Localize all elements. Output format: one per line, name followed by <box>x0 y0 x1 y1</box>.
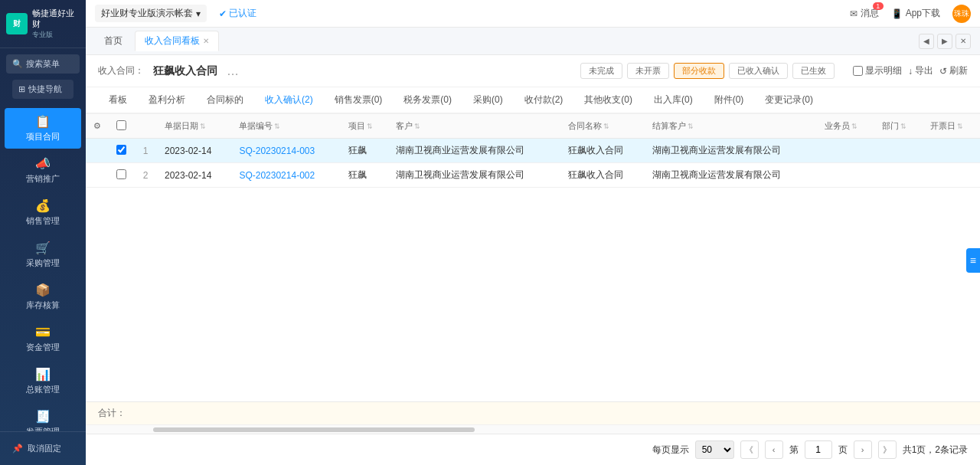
sort-department-icon[interactable]: ⇅ <box>900 123 906 130</box>
col-number[interactable]: 单据编号⇅ <box>231 114 340 139</box>
sub-tab-changes[interactable]: 变更记录(0) <box>754 87 824 114</box>
col-salesperson[interactable]: 业务员⇅ <box>817 114 874 139</box>
status-partial-receipt[interactable]: 部分收款 <box>674 63 724 79</box>
row-number[interactable]: SQ-20230214-002 <box>231 163 340 188</box>
show-detail-input[interactable] <box>853 66 863 76</box>
sort-end-customer-icon[interactable]: ⇅ <box>688 123 694 130</box>
sidebar-item-invoice[interactable]: 🧾 发票管理 <box>5 403 81 431</box>
project-icon: 📋 <box>35 114 51 129</box>
status-confirmed[interactable]: 已收入确认 <box>729 63 788 79</box>
first-page-button[interactable]: 《 <box>740 440 759 459</box>
next-page-button[interactable]: › <box>854 440 872 459</box>
page-label: 页 <box>838 444 848 457</box>
sub-tab-board[interactable]: 看板 <box>98 87 138 114</box>
quick-nav-button[interactable]: ⊞ 快捷导航 <box>12 80 74 99</box>
sort-number-icon[interactable]: ⇅ <box>274 123 280 130</box>
app-logo-icon: 财 <box>6 13 28 34</box>
row-checkbox-cell[interactable] <box>109 139 134 163</box>
col-project[interactable]: 项目⇅ <box>341 114 388 139</box>
sub-tab-warehouse[interactable]: 出入库(0) <box>643 87 704 114</box>
search-icon: 🔍 <box>12 59 23 69</box>
horizontal-scrollbar[interactable] <box>153 427 475 432</box>
sales-icon: 💰 <box>35 198 51 213</box>
sub-tab-confirm[interactable]: 收入确认(2) <box>254 87 324 114</box>
sidebar-item-general[interactable]: 📊 总账管理 <box>5 361 81 401</box>
tab-contract-board[interactable]: 收入合同看板 ✕ <box>135 31 219 51</box>
sort-customer-icon[interactable]: ⇅ <box>414 123 420 130</box>
status-effective[interactable]: 已生效 <box>792 63 835 79</box>
prev-page-button[interactable]: ‹ <box>765 440 783 459</box>
sort-salesperson-icon[interactable]: ⇅ <box>851 123 858 130</box>
app-download-button[interactable]: 📱 App下载 <box>891 7 940 20</box>
sidebar-item-marketing[interactable]: 📣 营销推广 <box>5 150 81 191</box>
pagination: 每页显示 20 50 100 《 ‹ 第 页 › 》 共1页，2条记录 <box>86 434 980 465</box>
tab-close-all-button[interactable]: ✕ <box>956 34 971 49</box>
row-settings <box>86 139 109 163</box>
sub-tab-purchase[interactable]: 采购(0) <box>462 87 514 114</box>
main-area: 好业财专业版演示帐套 ▾ ✔ 已认证 ✉ 消息 1 📱 App下载 珠珠 首页 <box>86 0 980 465</box>
select-all-checkbox[interactable] <box>116 120 126 130</box>
contract-prefix: 收入合同： <box>98 64 144 77</box>
user-avatar[interactable]: 珠珠 <box>952 5 971 23</box>
status-uninvoiced[interactable]: 未开票 <box>627 63 669 79</box>
col-department[interactable]: 部门⇅ <box>874 114 922 139</box>
col-row-num <box>134 114 157 139</box>
row-contract-name: 狂飙收入合同 <box>560 139 645 163</box>
export-button[interactable]: ↓ 导出 <box>908 64 933 77</box>
search-menu-button[interactable]: 🔍 搜索菜单 <box>6 54 80 74</box>
row-number[interactable]: SQ-20230214-003 <box>231 139 340 163</box>
tab-prev-button[interactable]: ◀ <box>919 34 934 49</box>
sub-tab-payment[interactable]: 收付款(2) <box>514 87 574 114</box>
app-name: 畅捷通好业财 <box>32 8 80 30</box>
sort-project-icon[interactable]: ⇅ <box>367 123 373 130</box>
col-checkbox-header[interactable] <box>109 114 134 139</box>
tab-close-icon[interactable]: ✕ <box>203 37 209 45</box>
col-settings[interactable]: ⚙ <box>86 114 109 139</box>
table-row[interactable]: 1 2023-02-14 SQ-20230214-003 狂飙 湖南卫视商业运营… <box>86 139 980 163</box>
sort-contract-icon[interactable]: ⇅ <box>603 123 609 130</box>
sub-tab-attachment[interactable]: 附件(0) <box>704 87 755 114</box>
topbar: 好业财专业版演示帐套 ▾ ✔ 已认证 ✉ 消息 1 📱 App下载 珠珠 <box>86 0 980 28</box>
company-selector[interactable]: 好业财专业版演示帐套 ▾ <box>95 5 207 22</box>
col-end-customer[interactable]: 结算客户⇅ <box>645 114 817 139</box>
sub-tab-sales-invoice[interactable]: 销售发票(0) <box>324 87 394 114</box>
sidebar-item-purchase[interactable]: 🛒 采购管理 <box>5 234 81 275</box>
page-size-select[interactable]: 20 50 100 <box>695 440 734 459</box>
current-page-input[interactable] <box>805 440 832 459</box>
row-checkbox[interactable] <box>116 145 126 155</box>
message-button[interactable]: ✉ 消息 1 <box>850 7 879 20</box>
col-date[interactable]: 单据日期⇅ <box>157 114 231 139</box>
sort-open-date-icon[interactable]: ⇅ <box>957 123 963 130</box>
sidebar-nav: 📋 项目合同 📣 营销推广 💰 销售管理 🛒 采购管理 📦 库存核算 💳 资金管… <box>0 106 86 431</box>
unpin-button[interactable]: 📌 取消固定 <box>6 438 80 459</box>
sub-tab-profit[interactable]: 盈利分析 <box>138 87 196 114</box>
sub-tab-target[interactable]: 合同标的 <box>196 87 254 114</box>
tab-next-button[interactable]: ▶ <box>937 34 952 49</box>
status-uncomplete[interactable]: 未完成 <box>580 63 622 79</box>
sub-tab-tax-invoice[interactable]: 税务发票(0) <box>393 87 462 114</box>
col-open-date[interactable]: 开票日⇅ <box>923 114 980 139</box>
col-customer[interactable]: 客户⇅ <box>388 114 560 139</box>
sidebar-item-inventory[interactable]: 📦 库存核算 <box>5 277 81 317</box>
right-action-icon[interactable]: ≡ <box>970 254 976 267</box>
sidebar-bottom: 📌 取消固定 <box>0 431 86 465</box>
contract-more-button[interactable]: … <box>227 64 239 78</box>
sub-tab-other[interactable]: 其他收支(0) <box>573 87 643 114</box>
sidebar-item-capital[interactable]: 💳 资金管理 <box>5 319 81 359</box>
row-open-date <box>923 163 980 188</box>
sidebar-item-label: 项目合同 <box>26 131 60 142</box>
avatar-image: 珠珠 <box>952 5 971 23</box>
row-department <box>874 163 922 188</box>
table-row[interactable]: 2 2023-02-14 SQ-20230214-002 狂飙 湖南卫视商业运营… <box>86 163 980 188</box>
sidebar-item-project[interactable]: 📋 项目合同 <box>5 108 81 149</box>
tab-home[interactable]: 首页 <box>95 31 132 51</box>
marketing-icon: 📣 <box>35 156 51 171</box>
sidebar-item-sales[interactable]: 💰 销售管理 <box>5 192 81 233</box>
sort-date-icon[interactable]: ⇅ <box>200 123 206 130</box>
show-detail-checkbox[interactable]: 显示明细 <box>853 64 902 77</box>
col-contract-name[interactable]: 合同名称⇅ <box>560 114 645 139</box>
row-checkbox[interactable] <box>116 169 126 179</box>
last-page-button[interactable]: 》 <box>878 440 897 459</box>
row-checkbox-cell[interactable] <box>109 163 134 188</box>
refresh-button[interactable]: ↺ 刷新 <box>939 64 968 77</box>
